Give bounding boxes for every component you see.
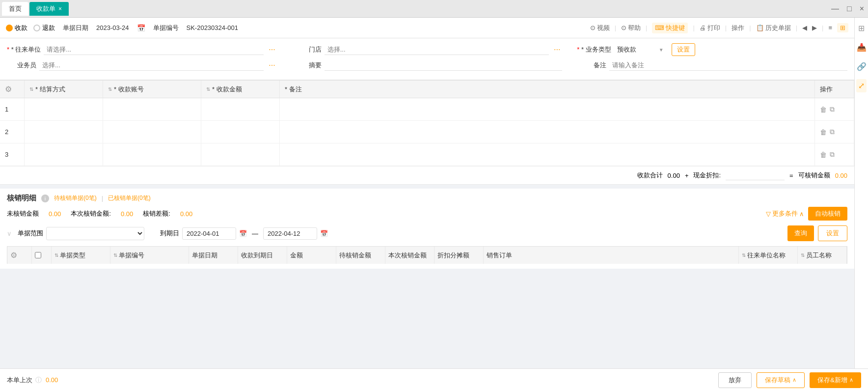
td-remark-1[interactable] — [280, 98, 815, 120]
date-to-calendar-icon[interactable]: 📅 — [320, 230, 328, 237]
td-remark-2[interactable] — [280, 121, 815, 143]
summary-input[interactable] — [325, 60, 563, 71]
save-draft-button[interactable]: 保存草稿 ∧ — [757, 372, 805, 388]
td-amount-3[interactable] — [201, 143, 280, 166]
number-label: 单据编号 — [153, 24, 179, 32]
diff-label: 核销差额: — [143, 209, 170, 218]
salesperson-field: 业务员 ··· — [7, 60, 277, 71]
td-account-3[interactable] — [103, 143, 201, 166]
sidebar-expand-icon[interactable]: ⤢ — [856, 79, 867, 92]
filter-icon: ▽ — [766, 210, 771, 218]
counterpart-field: * * 往来单位 ··· — [7, 44, 277, 55]
help-button[interactable]: ⊙ 帮助 — [621, 24, 641, 32]
radio-receipt[interactable]: 收款 — [6, 24, 27, 32]
table-gear-icon[interactable]: ⚙ — [5, 84, 12, 94]
sidebar-link-icon[interactable]: 🔗 — [855, 60, 868, 73]
discount-input[interactable] — [726, 170, 785, 180]
grid-icon[interactable]: ⊞ — [837, 23, 848, 32]
counterpart-more-icon[interactable]: ··· — [267, 45, 277, 54]
nav-next-icon[interactable]: ▶ — [812, 24, 817, 31]
settings-verify-button[interactable]: 设置 — [818, 225, 847, 241]
query-button[interactable]: 查询 — [787, 225, 814, 241]
scope-field: 单据范围 — [18, 227, 144, 240]
th-account: ⇅ * 收款账号 — [103, 81, 201, 98]
delete-icon-1[interactable]: 🗑 — [820, 106, 827, 113]
td-amount-2[interactable] — [201, 121, 280, 143]
abandon-button[interactable]: 放弃 — [718, 372, 752, 388]
settings-button[interactable]: 设置 — [672, 43, 695, 56]
save-arrow-icon: ∧ — [849, 377, 853, 383]
menu-list-icon[interactable]: ≡ — [828, 24, 832, 31]
store-input[interactable] — [325, 44, 549, 55]
current-value: 0.00 — [121, 210, 133, 218]
shortcut-button[interactable]: ⌨ 快捷键 — [652, 23, 688, 33]
bth-employee: ⇅ 员工名称 — [798, 247, 847, 264]
td-account-2[interactable] — [103, 121, 201, 143]
print-icon: 🖨 — [700, 24, 706, 31]
td-settlement-2[interactable] — [25, 121, 103, 143]
summary-field: 摘要 — [292, 60, 563, 71]
store-more-icon[interactable]: ··· — [552, 45, 562, 54]
scope-select[interactable] — [46, 227, 144, 240]
date-to-input[interactable] — [263, 227, 317, 240]
auto-verify-button[interactable]: 自动核销 — [808, 207, 847, 221]
remark-input[interactable] — [609, 60, 847, 71]
done-tab[interactable]: 已核销单据(0笔) — [108, 194, 151, 202]
td-settlement-1[interactable] — [25, 98, 103, 120]
nav-prev-icon[interactable]: ◀ — [802, 24, 807, 31]
copy-icon-3[interactable]: ⧉ — [830, 150, 835, 159]
history-label: 历史单据 — [765, 24, 791, 32]
tab-close-icon[interactable]: × — [58, 2, 62, 16]
th-account-label: * 收款账号 — [114, 85, 144, 94]
sidebar-table-icon[interactable]: ⊞ — [856, 22, 867, 35]
save-new-button[interactable]: 保存&新增 ∧ — [810, 372, 861, 388]
right-sidebar: ⊞ 📥 🔗 ⤢ — [854, 18, 868, 368]
date-from-input[interactable] — [182, 227, 236, 240]
td-remark-3[interactable] — [280, 143, 815, 166]
td-num-2: 2 — [0, 121, 25, 143]
minimize-button[interactable]: — — [829, 4, 841, 13]
pending-tab[interactable]: 待核销单据(0笔) — [54, 194, 97, 202]
video-button[interactable]: ⊙ 视频 — [590, 24, 610, 32]
bth-doc-type: ⇅ 单据类型 — [52, 247, 110, 264]
save-draft-label: 保存草稿 — [765, 376, 790, 385]
td-settlement-3[interactable] — [25, 143, 103, 166]
more-conditions-button[interactable]: ▽ 更多条件 ∧ — [766, 209, 804, 218]
td-num-3: 3 — [0, 143, 25, 166]
copy-icon-2[interactable]: ⧉ — [830, 128, 835, 136]
close-button[interactable]: × — [858, 4, 866, 13]
verify-info-icon[interactable]: i — [41, 195, 49, 202]
draft-arrow-icon: ∧ — [792, 377, 796, 383]
radio-refund[interactable]: 退款 — [33, 24, 55, 32]
restore-button[interactable]: □ — [845, 4, 854, 13]
video-label: 视频 — [597, 24, 610, 32]
counterpart-input[interactable] — [44, 44, 264, 55]
print-button[interactable]: 🖨 打印 — [700, 24, 720, 32]
tab-home[interactable]: 首页 — [2, 2, 28, 16]
delete-icon-2[interactable]: 🗑 — [820, 128, 827, 136]
bottom-value: 0.00 — [46, 376, 58, 384]
td-amount-1[interactable] — [201, 98, 280, 120]
operation-button[interactable]: 操作 — [732, 24, 744, 32]
copy-icon-1[interactable]: ⧉ — [830, 105, 835, 113]
salesperson-more-icon[interactable]: ··· — [267, 61, 277, 70]
sidebar-inbox-icon[interactable]: 📥 — [855, 41, 868, 54]
bottom-gear-icon[interactable]: ⚙ — [10, 251, 17, 260]
select-all-checkbox[interactable] — [35, 252, 41, 258]
delete-icon-3[interactable]: 🗑 — [820, 151, 827, 159]
salesperson-label: 业务员 — [7, 61, 36, 70]
tab-bar: 首页 收款单 × — □ × — [0, 0, 868, 18]
date-calendar-icon[interactable]: 📅 — [137, 24, 145, 32]
chevron-up-icon: ∧ — [799, 210, 804, 218]
history-button[interactable]: 📋 历史单据 — [756, 24, 791, 32]
radio-refund-label: 退款 — [42, 24, 55, 32]
date-from-calendar-icon[interactable]: 📅 — [239, 230, 247, 237]
salesperson-input[interactable] — [39, 60, 264, 71]
table-row: 3 🗑 ⧉ — [0, 143, 854, 166]
tab-active[interactable]: 收款单 × — [29, 2, 69, 16]
td-account-1[interactable] — [103, 98, 201, 120]
form-row-2: 业务员 ··· 摘要 备注 — [7, 60, 847, 71]
info-icon-bottom[interactable]: ⓘ — [35, 376, 42, 385]
toolbar-right: ⊙ 视频 | ⊙ 帮助 | ⌨ 快捷键 | 🖨 打印 | 操作 | — [590, 23, 848, 33]
business-type-dropdown-icon[interactable]: ▼ — [659, 47, 664, 53]
